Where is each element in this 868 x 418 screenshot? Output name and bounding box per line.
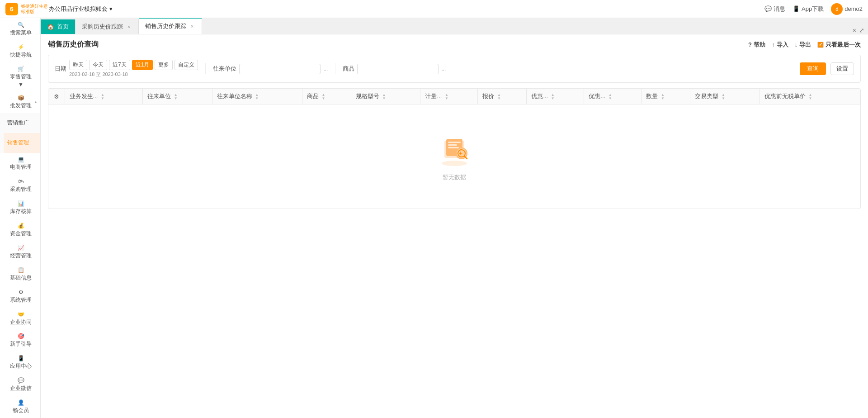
empty-state: 暂无数据 — [48, 104, 860, 209]
date-btn-1month[interactable]: 近1月 — [132, 60, 153, 70]
svg-rect-3 — [448, 142, 461, 143]
tab-close-purchase[interactable]: × — [126, 24, 132, 30]
sidebar-item-basic[interactable]: 📋 基础信息 — [0, 263, 40, 285]
col-business-date[interactable]: 业务发生... ▲▼ — [65, 89, 143, 104]
date-label: 日期 — [55, 65, 66, 73]
sidebar-item-ecommerce[interactable]: 💻 电商管理 — [0, 153, 40, 175]
col-settings[interactable]: ⚙ — [48, 89, 65, 104]
expand-button[interactable]: ⤢ — [859, 27, 864, 34]
system-icon: ⚙ — [19, 289, 24, 295]
purchase-icon: 🛍 — [18, 178, 24, 185]
col-counterpart-code[interactable]: 往来单位 ▲▼ — [143, 89, 212, 104]
date-btn-7days[interactable]: 近7天 — [109, 60, 130, 70]
tab-bar-actions: × ⤢ — [849, 27, 868, 34]
sidebar-item-operations[interactable]: 📈 经营管理 — [0, 241, 40, 263]
sidebar-item-marketing[interactable]: 营销推广 — [4, 113, 40, 133]
col-unit[interactable]: 计量... ▲▼ — [420, 89, 478, 104]
separator-1 — [205, 63, 206, 74]
empty-text: 暂无数据 — [443, 173, 466, 181]
logo: 6 畅捷通好生意 标准版 — [5, 3, 42, 15]
sort-arrows: ▲▼ — [661, 93, 665, 100]
sidebar-item-retail[interactable]: 🛒 零售管理 — [0, 62, 40, 91]
tab-home[interactable]: 🏠 首页 — [41, 19, 75, 34]
sidebar-item-finance[interactable]: 💰 资金管理 — [0, 219, 40, 241]
help-button[interactable]: ? 帮助 — [748, 41, 765, 49]
sidebar-item-enterprise[interactable]: 🤝 企业协同 — [0, 308, 40, 330]
top-bar-right: 💬 消息 📱 App下载 d demo2 — [764, 3, 863, 15]
counterpart-input[interactable] — [239, 64, 321, 74]
sort-arrows: ▲▼ — [445, 93, 448, 100]
company-selector[interactable]: 办公用品行业模拟账套 ▾ — [45, 3, 116, 15]
sidebar-item-wechat[interactable]: 💬 企业微信 — [0, 374, 40, 396]
col-quantity[interactable]: 数量 ▲▼ — [642, 89, 690, 104]
sidebar-item-quicknav[interactable]: ⚡ 快捷导航 — [0, 40, 40, 62]
date-btn-yesterday[interactable]: 昨天 — [69, 60, 87, 70]
avatar: d — [831, 3, 843, 15]
export-icon: ↓ — [795, 41, 798, 48]
sort-arrows: ▲▼ — [322, 93, 326, 100]
product-input[interactable] — [357, 64, 439, 74]
member-icon: 👤 — [18, 399, 24, 406]
checkbox-icon: ✓ — [817, 42, 824, 48]
sort-arrows: ▲▼ — [174, 93, 178, 100]
app-download-button[interactable]: 📱 App下载 — [793, 5, 824, 13]
col-product[interactable]: 商品 ▲▼ — [302, 89, 351, 104]
user-menu[interactable]: d demo2 — [831, 3, 863, 15]
retail-icon: 🛒 — [18, 66, 24, 72]
sidebar-item-system[interactable]: ⚙ 系统管理 — [0, 285, 40, 308]
col-spec[interactable]: 规格型号 ▲▼ — [351, 89, 420, 104]
message-button[interactable]: 💬 消息 — [764, 5, 785, 13]
download-icon: 📱 — [793, 5, 800, 12]
home-icon: 🏠 — [47, 24, 54, 30]
col-discount2[interactable]: 优惠... ▲▼ — [584, 89, 642, 104]
data-table: ⚙ 业务发生... ▲▼ 往来单位 ▲▼ 往来单位名称 — [48, 89, 860, 104]
date-btn-more[interactable]: 更多 — [155, 60, 173, 70]
sidebar-item-inventory[interactable]: 📊 库存核算 — [0, 197, 40, 219]
only-last-checkbox[interactable]: ✓ 只看最后一次 — [817, 41, 861, 49]
page-title-row: 销售历史价查询 ? 帮助 ↑ 导入 ↓ 导出 ✓ — [48, 40, 861, 49]
sidebar-item-search[interactable]: 🔍 搜索菜单 — [0, 18, 40, 40]
import-button[interactable]: ↑ 导入 — [772, 41, 788, 49]
message-icon: 💬 — [764, 5, 772, 12]
date-btn-custom[interactable]: 自定义 — [175, 60, 198, 70]
tab-purchase-history[interactable]: 采购历史价跟踪 × — [75, 19, 139, 34]
col-counterpart-name[interactable]: 往来单位名称 ▲▼ — [212, 89, 302, 104]
page-content: 销售历史价查询 ? 帮助 ↑ 导入 ↓ 导出 ✓ — [41, 34, 868, 418]
wholesale-icon: 📦 — [18, 95, 24, 101]
sort-arrows: ▲▼ — [809, 93, 812, 100]
svg-rect-5 — [448, 147, 459, 148]
close-all-tabs-button[interactable]: × — [853, 27, 856, 34]
col-trade-type[interactable]: 交易类型 ▲▼ — [690, 89, 760, 104]
product-dots: ... — [441, 66, 446, 72]
col-no-tax-price[interactable]: 优惠前无税单价 ▲▼ — [760, 89, 860, 104]
operations-icon: 📈 — [18, 245, 24, 251]
query-button[interactable]: 查询 — [800, 62, 826, 75]
sidebar-item-newbie[interactable]: 🎯 新手引导 — [0, 330, 40, 352]
sidebar-item-apps[interactable]: 📱 应用中心 — [0, 352, 40, 374]
settings-button[interactable]: 设置 — [830, 62, 854, 75]
sidebar-item-purchase[interactable]: 🛍 采购管理 — [0, 175, 40, 197]
sort-arrows: ▲▼ — [609, 93, 612, 100]
filter-bar: 日期 昨天 今天 近7天 近1月 更多 自定义 2023-02-18 至 202… — [48, 55, 861, 83]
col-quote-price[interactable]: 报价 ▲▼ — [478, 89, 527, 104]
date-btn-today[interactable]: 今天 — [89, 60, 107, 70]
ecommerce-icon: 💻 — [18, 156, 24, 162]
search-icon: 🔍 — [18, 22, 24, 28]
sort-arrows: ▲▼ — [255, 93, 259, 100]
product-label: 商品 — [343, 65, 354, 73]
tab-close-sales[interactable]: × — [189, 23, 195, 29]
date-filter-group: 日期 昨天 今天 近7天 近1月 更多 自定义 2023-02-18 至 202… — [55, 60, 198, 78]
enterprise-icon: 🤝 — [18, 311, 24, 318]
tab-sales-history[interactable]: 销售历史价跟踪 × — [139, 18, 202, 34]
sidebar-item-sales[interactable]: 销售管理 — [4, 133, 40, 153]
col-discount1[interactable]: 优惠... ▲▼ — [527, 89, 584, 104]
sidebar-item-wholesale[interactable]: 📦 批发管理 — [0, 91, 40, 113]
export-button[interactable]: ↓ 导出 — [795, 41, 811, 49]
newbie-icon: 🎯 — [18, 333, 24, 339]
tab-bar: 🏠 首页 采购历史价跟踪 × 销售历史价跟踪 × × ⤢ — [41, 18, 868, 34]
gear-icon: ⚙ — [54, 93, 59, 100]
inventory-icon: 📊 — [18, 200, 24, 207]
import-icon: ↑ — [772, 41, 775, 48]
sidebar-item-member[interactable]: 👤 畅会员 — [0, 396, 40, 418]
apps-icon: 📱 — [18, 355, 24, 361]
